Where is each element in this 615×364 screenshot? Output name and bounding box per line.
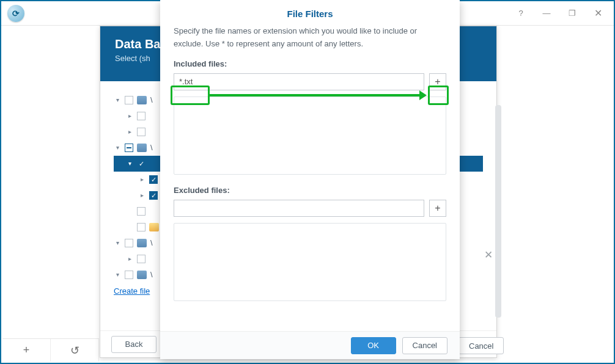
expand-icon[interactable]: ▸ — [138, 188, 145, 203]
excluded-patterns-list[interactable] — [174, 223, 446, 301]
expand-icon[interactable]: ▾ — [114, 268, 121, 282]
excluded-pattern-input[interactable] — [174, 200, 424, 217]
panel-close-icon[interactable]: ✕ — [484, 249, 493, 261]
window-controls: ? — ❐ ✕ — [509, 5, 610, 22]
highlight-input-box — [171, 86, 210, 105]
folder-icon — [149, 223, 159, 231]
file-filters-dialog: File Filters Specify the file names or e… — [160, 0, 460, 359]
help-button[interactable]: ? — [509, 5, 533, 22]
included-files-label: Included files: — [174, 59, 446, 68]
volume-icon — [137, 96, 147, 104]
volume-icon — [137, 271, 147, 279]
folder-checkbox[interactable] — [137, 223, 145, 231]
ok-button[interactable]: OK — [351, 337, 396, 354]
tree-item-label: \ — [150, 236, 153, 250]
included-patterns-list[interactable] — [174, 96, 446, 175]
expand-icon[interactable]: ▾ — [114, 93, 121, 107]
highlight-arrow — [210, 94, 422, 96]
dialog-description: Specify the file names or extension whic… — [174, 25, 446, 51]
history-button[interactable]: ↺ — [51, 339, 99, 362]
scrollbar[interactable] — [495, 105, 501, 318]
create-file-filter-link[interactable]: Create file — [114, 286, 150, 296]
folder-checkbox[interactable] — [137, 112, 145, 120]
add-excluded-button[interactable]: + — [429, 200, 446, 217]
highlight-add-button-box — [428, 86, 449, 105]
included-pattern-input[interactable] — [174, 73, 424, 90]
folder-checkbox[interactable] — [149, 191, 158, 200]
expand-icon[interactable]: ▸ — [138, 172, 145, 187]
folder-checkbox[interactable] — [149, 175, 158, 184]
excluded-files-label: Excluded files: — [174, 186, 446, 195]
dialog-body: Specify the file names or extension whic… — [160, 25, 460, 301]
close-button[interactable]: ✕ — [586, 5, 610, 22]
included-input-row: + — [174, 73, 446, 90]
dialog-footer: OK Cancel — [160, 331, 460, 359]
expand-icon[interactable]: ▸ — [126, 109, 133, 123]
back-button[interactable]: Back — [111, 336, 157, 353]
folder-checkbox[interactable] — [125, 239, 133, 247]
cancel-button[interactable]: Cancel — [402, 337, 447, 354]
app-icon: ⟳ — [7, 5, 24, 22]
expand-icon[interactable]: ▾ — [114, 236, 121, 250]
excluded-input-row: + — [174, 200, 446, 217]
folder-checkbox[interactable] — [125, 271, 133, 279]
folder-checkbox[interactable] — [137, 255, 145, 263]
expand-icon[interactable]: ▸ — [126, 125, 133, 139]
tree-item-label: \ — [150, 93, 153, 107]
maximize-button[interactable]: ❐ — [560, 5, 584, 22]
dialog-title: File Filters — [160, 0, 460, 25]
folder-checkbox[interactable] — [125, 144, 133, 152]
folder-checkbox[interactable] — [125, 96, 133, 104]
folder-checkbox[interactable] — [137, 207, 145, 216]
volume-icon — [137, 144, 147, 152]
add-task-button[interactable]: + — [2, 339, 51, 362]
left-toolbar: + ↺ — [2, 338, 99, 362]
expand-icon[interactable]: ▾ — [114, 140, 121, 155]
folder-checkbox[interactable] — [137, 128, 145, 136]
volume-icon — [137, 239, 147, 247]
expand-icon[interactable]: ▾ — [126, 156, 133, 171]
expand-icon[interactable]: ▸ — [126, 252, 133, 266]
background-cancel-button[interactable]: Cancel — [458, 337, 504, 354]
folder-checkbox[interactable] — [137, 159, 145, 168]
minimize-button[interactable]: — — [534, 5, 559, 22]
tree-item-label: \ — [150, 268, 153, 282]
tree-item-label: \ — [150, 140, 153, 155]
